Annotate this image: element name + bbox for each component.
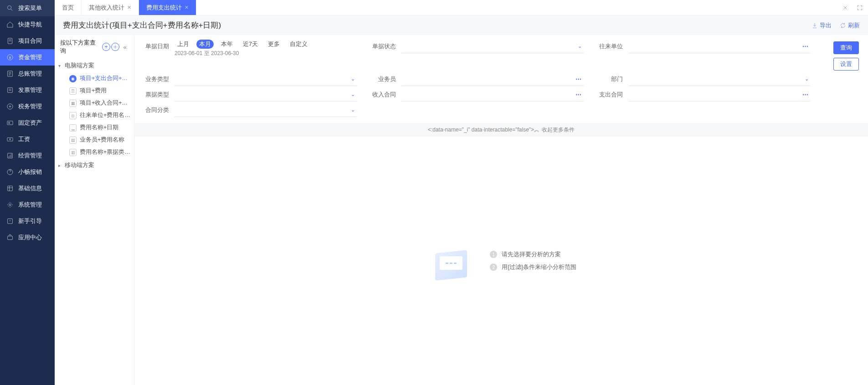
date-opt-last-month[interactable]: 上月 <box>175 40 192 49</box>
refresh-button[interactable]: 刷新 <box>840 21 860 30</box>
action-col: 查询 设置 <box>833 40 859 71</box>
biz-icon <box>6 152 14 159</box>
sidebar-item-salary[interactable]: 工资 <box>0 131 55 147</box>
export-label: 导出 <box>820 21 832 30</box>
income-contract-lookup[interactable]: ⋯ <box>401 88 584 101</box>
chart-icon: ▁ <box>69 124 77 132</box>
date-opt-this-month[interactable]: 本月 <box>196 40 214 49</box>
date-opt-custom[interactable]: 自定义 <box>287 40 310 49</box>
scheme-group-label: 电脑端方案 <box>65 61 94 70</box>
sidebar-item-label: 总账管理 <box>18 70 42 78</box>
scheme-settings-button[interactable] <box>111 43 119 51</box>
more-icon[interactable]: ⋯ <box>802 43 809 50</box>
sidebar-item-quicknav[interactable]: 快捷导航 <box>0 16 55 33</box>
export-button[interactable]: 导出 <box>812 21 832 30</box>
scheme-item[interactable]: ▥费用名称+票据类型 <box>55 146 134 158</box>
empty-step-2: 2用[过滤]条件来缩小分析范围 <box>490 263 576 271</box>
collapse-filters-bar[interactable]: <:data-name="_i" data-interactable="fals… <box>134 123 868 137</box>
sidebar-item-label: 经营管理 <box>18 152 42 160</box>
salary-icon <box>6 136 14 143</box>
salesman-lookup[interactable]: ⋯ <box>401 72 584 86</box>
scheme-item[interactable]: ▤业务员+费用名称 <box>55 134 134 146</box>
scheme-group-label: 移动端方案 <box>65 161 94 169</box>
sidebar-item-biz[interactable]: 经营管理 <box>0 147 55 164</box>
collapse-panel-icon[interactable]: « <box>121 43 128 51</box>
reimburse-icon <box>6 168 14 176</box>
date-opt-more[interactable]: 更多 <box>265 40 282 49</box>
grid-icon: ▦ <box>69 100 77 107</box>
close-icon[interactable]: ✕ <box>127 5 131 10</box>
table-icon: ▤ <box>69 137 77 144</box>
more-icon[interactable]: ⋯ <box>802 91 809 98</box>
more-icon[interactable]: ⋯ <box>575 91 582 98</box>
money-icon <box>6 54 14 61</box>
svg-rect-6 <box>7 121 13 125</box>
main: 首页 其他收入统计✕ 费用支出统计✕ 费用支出统计(项目+支出合同+费用名称+日… <box>55 0 868 385</box>
scheme-item-label: 往来单位+费用名称 <box>80 111 130 119</box>
filter-label-doc-date: 单据日期 <box>144 40 169 51</box>
date-range: 2023-06-01 至 2023-06-30 <box>175 50 310 57</box>
filter-label-salesman: 业务员 <box>370 72 396 83</box>
sidebar-item-invoice[interactable]: 发票管理 <box>0 82 55 98</box>
dept-select[interactable]: ⌄ <box>628 72 811 86</box>
sidebar-item-label: 固定资产 <box>18 119 42 127</box>
partner-lookup[interactable]: ⋯ <box>628 40 811 53</box>
tab-home[interactable]: 首页 <box>55 0 82 15</box>
appcenter-icon <box>6 234 14 241</box>
biz-type-select[interactable]: ⌄ <box>175 72 357 86</box>
contract-category-select[interactable]: ⌄ <box>175 103 357 117</box>
tax-icon <box>6 103 14 110</box>
guide-icon <box>6 218 14 225</box>
expense-contract-lookup[interactable]: ⋯ <box>628 88 811 101</box>
scheme-group-mobile[interactable]: ▸ 移动端方案 <box>55 158 134 172</box>
filter-label-doc-status: 单据状态 <box>370 40 396 51</box>
filter-label-expense-contract: 支出合同 <box>597 88 623 99</box>
svg-rect-11 <box>8 186 13 191</box>
sidebar-item-label: 小畅报销 <box>18 168 42 176</box>
receipt-type-select[interactable]: ⌄ <box>175 88 357 101</box>
query-button[interactable]: 查询 <box>833 41 859 54</box>
sidebar-item-ledger[interactable]: 总账管理 <box>0 66 55 82</box>
date-opt-this-year[interactable]: 本年 <box>218 40 236 49</box>
empty-state: 1请先选择要分析的方案 2用[过滤]条件来缩小分析范围 <box>134 137 868 385</box>
add-scheme-button[interactable]: + <box>102 43 110 51</box>
bar-icon: ☰ <box>69 87 77 95</box>
svg-point-15 <box>115 46 116 48</box>
settings-button[interactable]: 设置 <box>833 58 859 71</box>
sidebar-item-tax[interactable]: 税务管理 <box>0 98 55 115</box>
more-icon[interactable]: ⋯ <box>575 76 582 82</box>
sidebar-item-money[interactable]: 资金管理 <box>0 49 55 66</box>
scheme-item-label: 业务员+费用名称 <box>80 136 124 144</box>
doc-status-select[interactable]: ⌄ <box>401 40 584 53</box>
filter-grid: 单据日期 上月 本月 本年 近7天 更多 自定义 2023-06-01 至 20… <box>134 35 868 123</box>
sidebar-item-appcenter[interactable]: 应用中心 <box>0 229 55 246</box>
sidebar-item-label: 应用中心 <box>18 233 42 242</box>
empty-illustration <box>426 238 476 284</box>
scheme-item[interactable]: ☰项目+费用 <box>55 85 134 97</box>
base-icon <box>6 185 14 192</box>
tab-expense-stats[interactable]: 费用支出统计✕ <box>139 0 196 15</box>
close-icon[interactable]: ✕ <box>185 5 189 10</box>
filter-label-income-contract: 收入合同 <box>370 88 396 99</box>
fullscreen-icon[interactable] <box>856 4 863 11</box>
scheme-item[interactable]: ◉项目+支出合同+费用... <box>55 72 134 85</box>
svg-point-0 <box>8 6 11 10</box>
sidebar-item-reimburse[interactable]: 小畅报销 <box>0 164 55 180</box>
scheme-item[interactable]: ◎往来单位+费用名称 <box>55 109 134 122</box>
sidebar-item-contract[interactable]: 项目合同 <box>0 33 55 49</box>
sidebar-item-base[interactable]: 基础信息 <box>0 180 55 197</box>
close-all-icon[interactable] <box>842 4 849 11</box>
sidebar-item-search[interactable]: 搜索菜单 <box>0 0 55 16</box>
sidebar-item-guide[interactable]: 新手引导 <box>0 213 55 229</box>
sidebar-item-system[interactable]: 系统管理 <box>0 197 55 213</box>
scheme-item[interactable]: ▁费用名称+日期 <box>55 122 134 134</box>
scheme-item[interactable]: ▦项目+收入合同+费用... <box>55 97 134 109</box>
svg-rect-4 <box>8 88 13 93</box>
target2-icon: ◎ <box>69 112 77 119</box>
body: 按以下方案查询 + « ▾ 电脑端方案 ◉项目+支出合同+费用... ☰项目+费… <box>55 35 868 385</box>
sidebar-item-asset[interactable]: 固定资产 <box>0 115 55 131</box>
sidebar-item-label: 快捷导航 <box>18 20 42 29</box>
scheme-group-desktop[interactable]: ▾ 电脑端方案 <box>55 59 134 72</box>
tab-other-income[interactable]: 其他收入统计✕ <box>82 0 139 15</box>
date-opt-7days[interactable]: 近7天 <box>240 40 261 49</box>
